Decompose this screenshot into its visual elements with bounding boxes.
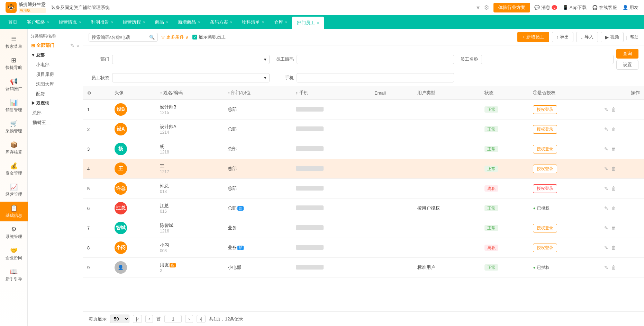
close-tab-icon[interactable]: ×	[230, 20, 232, 24]
left-nav-item-系统管理[interactable]: ⚙系统管理	[1, 223, 26, 243]
left-nav-item-企业协同[interactable]: 🤝企业协同	[1, 244, 26, 264]
delete-icon[interactable]: 🗑	[611, 146, 616, 152]
edit-icon[interactable]: ✎	[70, 43, 74, 48]
auth-btn[interactable]: 授权登录	[533, 125, 557, 134]
col-dept[interactable]: ↕ 部门/职位	[224, 86, 291, 100]
dept-group-zongbu[interactable]: ▼ 总部	[28, 51, 83, 60]
left-nav-item-采购管理[interactable]: 🛒采购管理	[1, 117, 26, 137]
dept-item-xiangmu[interactable]: 项目库房	[28, 70, 83, 79]
delete-icon[interactable]: 🗑	[611, 107, 616, 112]
close-tab-icon[interactable]: ×	[285, 20, 287, 24]
search-icon[interactable]: 🔍	[149, 35, 155, 40]
col-auth[interactable]: ①是否授权	[529, 86, 600, 100]
left-nav-item-基础信息[interactable]: 📋基础信息	[0, 202, 28, 221]
import-btn[interactable]: ↓ 导入	[576, 32, 598, 42]
left-nav-item-快捷导航[interactable]: ⊞快捷导航	[1, 54, 26, 73]
delete-icon[interactable]: 🗑	[611, 225, 616, 231]
close-tab-icon[interactable]: ×	[79, 20, 81, 24]
help-btn[interactable]: 帮助	[630, 34, 638, 40]
edit-icon[interactable]: ✎	[604, 146, 608, 152]
edit-icon[interactable]: ✎	[604, 126, 608, 132]
delete-icon[interactable]: 🗑	[611, 166, 616, 171]
edit-icon[interactable]: ✎	[604, 245, 608, 250]
nav-tab-物料清单[interactable]: 物料清单 ×	[237, 15, 269, 29]
close-tab-icon[interactable]: ×	[143, 20, 145, 24]
dept-item-shenyang[interactable]: 沈阳大库	[28, 79, 83, 89]
col-phone[interactable]: ↕ 手机	[292, 86, 371, 100]
left-nav-item-经营管理[interactable]: 📈经营管理	[1, 180, 26, 200]
export-btn[interactable]: ↑ 导出	[552, 32, 574, 42]
dept-item-zongbu[interactable]: 总部	[28, 108, 83, 118]
dept-item-xiao-dian[interactable]: 小电部	[28, 60, 83, 70]
page-input[interactable]	[164, 315, 182, 323]
dropdown-icon[interactable]: ▾	[477, 4, 480, 11]
all-dept-title[interactable]: ⊞ 全部部门	[31, 42, 54, 49]
close-tab-icon[interactable]: ×	[111, 20, 113, 24]
help-icon[interactable]: |	[626, 35, 627, 40]
show-resigned-checkbox[interactable]: ✓	[192, 35, 197, 39]
nav-tab-新增商品[interactable]: 新增商品 ×	[173, 15, 205, 29]
first-page-btn[interactable]: |‹	[133, 315, 142, 323]
nav-tab-条码方案[interactable]: 条码方案 ×	[205, 15, 237, 29]
filter-dept-select[interactable]: ▾	[112, 55, 270, 64]
left-nav-item-搜索菜单[interactable]: ☰搜索菜单	[1, 33, 26, 52]
nav-tab-首页[interactable]: 首页	[3, 15, 22, 29]
collapse-icon[interactable]: «	[76, 43, 79, 48]
auth-btn[interactable]: 授权登录	[533, 224, 557, 232]
close-tab-icon[interactable]: ×	[317, 21, 319, 25]
app-download-btn[interactable]: 📱 App下载	[563, 5, 587, 11]
delete-icon[interactable]: 🗑	[611, 245, 616, 250]
last-page-btn[interactable]: ›|	[197, 315, 206, 323]
close-tab-icon[interactable]: ×	[47, 20, 49, 24]
col-settings[interactable]: ⚙	[83, 86, 110, 100]
delete-icon[interactable]: 🗑	[611, 265, 616, 270]
edit-icon[interactable]: ✎	[604, 186, 608, 191]
nav-tab-商品[interactable]: 商品 ×	[150, 15, 173, 29]
close-tab-icon[interactable]: ×	[198, 20, 200, 24]
close-tab-icon[interactable]: ×	[262, 20, 264, 24]
trial-button[interactable]: 体验行业方案	[493, 3, 530, 12]
nav-tab-仓库[interactable]: 仓库 ×	[269, 15, 292, 29]
left-nav-item-新手引导[interactable]: 📖新手引导	[1, 265, 26, 285]
filter-phone-input[interactable]	[297, 73, 454, 82]
nav-tab-经营历程[interactable]: 经营历程 ×	[118, 15, 150, 29]
add-employee-btn[interactable]: + 新增员工	[517, 32, 549, 42]
prev-page-btn[interactable]: ‹	[145, 315, 153, 323]
edit-icon[interactable]: ✎	[604, 205, 608, 211]
delete-icon[interactable]: 🗑	[611, 205, 616, 211]
dept-search-input[interactable]	[30, 34, 82, 38]
more-filter-btn[interactable]: ▽ 更多条件 ∧	[161, 34, 189, 40]
nav-tab-利润报告[interactable]: 利润报告 ×	[86, 15, 118, 29]
filter-empcode-input[interactable]	[297, 55, 454, 64]
dept-group-shuanglu[interactable]: ▶ 双鹿想	[28, 99, 83, 108]
edit-icon[interactable]: ✎	[604, 107, 608, 112]
edit-icon[interactable]: ✎	[604, 225, 608, 231]
close-tab-icon[interactable]: ×	[166, 20, 168, 24]
auth-btn[interactable]: 授权登录	[533, 165, 557, 173]
auth-btn[interactable]: 授权登录	[533, 244, 557, 252]
messages-btn[interactable]: 💬 消息 5	[534, 5, 557, 11]
user-btn[interactable]: 👤 用友	[623, 5, 638, 11]
delete-icon[interactable]: 🗑	[611, 186, 616, 191]
filter-status-select[interactable]: ▾	[112, 73, 270, 82]
online-service-btn[interactable]: 🎧 在线客服	[592, 5, 617, 11]
reset-btn[interactable]: 设置	[616, 60, 638, 70]
per-page-select[interactable]: 50 20 100	[110, 315, 129, 323]
dept-item-peihuo[interactable]: 配货	[28, 89, 83, 99]
nav-tab-客户联络[interactable]: 客户联络 ×	[22, 15, 54, 29]
delete-icon[interactable]: 🗑	[611, 126, 616, 132]
search-input[interactable]	[92, 35, 147, 40]
left-nav-item-销售管理[interactable]: 📊销售管理	[1, 96, 26, 116]
left-nav-item-库存核算[interactable]: 📦库存核算	[1, 138, 26, 158]
edit-icon[interactable]: ✎	[604, 265, 608, 270]
left-nav-item-营销推广[interactable]: 📢营销推广	[1, 75, 26, 95]
show-resigned[interactable]: ✓ 显示离职员工	[192, 34, 226, 40]
dept-item-chashuwang[interactable]: 插树王二	[28, 118, 83, 127]
filter-empname-input[interactable]	[481, 55, 614, 64]
auth-btn-resigned[interactable]: 授权登录	[533, 184, 557, 193]
search-btn[interactable]: 查询	[616, 49, 638, 59]
nav-tab-部门员工[interactable]: 部门员工 ×	[292, 17, 324, 29]
next-page-btn[interactable]: ›	[185, 315, 193, 323]
left-nav-item-资金管理[interactable]: 💰资金管理	[1, 159, 26, 179]
settings-icon[interactable]: ⚙	[484, 4, 489, 11]
